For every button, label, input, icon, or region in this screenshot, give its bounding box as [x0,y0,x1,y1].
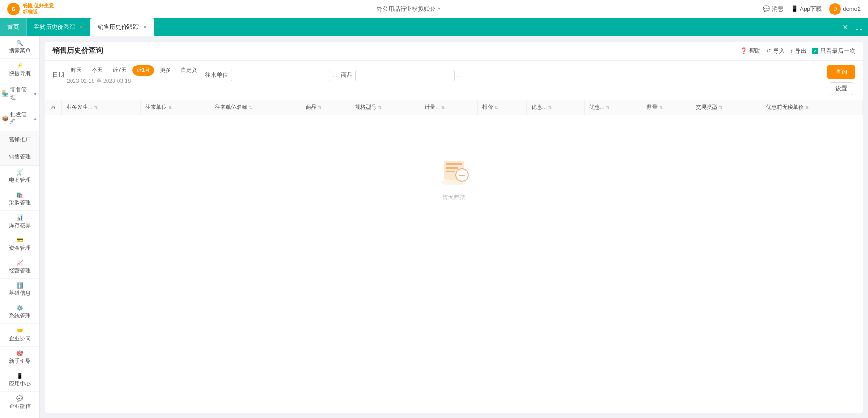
sidebar-group-retail: 🏪 零售管理 ▼ [0,81,39,106]
tab-purchase-close[interactable]: × [80,24,83,30]
counterpart-browse-btn[interactable]: ... [332,72,337,79]
sidebar-item-shortcut[interactable]: ⚡ 快捷导航 [0,59,39,81]
sidebar-item-purchase[interactable]: 🛍️ 采购管理 [0,188,39,211]
col-trade-type[interactable]: 交易类型⇅ [691,100,761,115]
goods-browse-btn[interactable]: ... [457,72,462,79]
export-btn[interactable]: ↑ 导出 [790,47,807,55]
download-icon: 📱 [791,5,798,12]
query-button[interactable]: 查询 [827,65,855,79]
sidebar-wechat-label: 企业微信 [9,403,31,410]
filter-actions: 查询 设置 [827,65,855,95]
goods-input-group: ... [355,70,462,81]
user-menu[interactable]: D demo2 [829,3,861,15]
sidebar-sales-label: 销售管理 [9,153,31,161]
import-icon: ↺ [766,48,771,54]
workspace-dropdown-icon[interactable]: ▾ [438,6,440,11]
export-icon: ↑ [790,48,793,54]
logo-icon: 6 [7,3,20,15]
tab-home[interactable]: 首页 [0,18,27,36]
sidebar-item-ecommerce[interactable]: 🛒 电商管理 [0,166,39,188]
counterpart-filter: 往来单位 ... [205,70,337,81]
page-content: 销售历史价查询 ❓ 帮助 ↺ 导入 ↑ 导出 [40,36,868,418]
col-biz-date[interactable]: 业务发生...⇅ [61,100,140,115]
user-avatar: D [829,3,841,15]
basic-info-icon: ℹ️ [16,282,23,289]
col-discount1[interactable]: 优惠...⇅ [527,100,585,115]
sort-icon-biz-date: ⇅ [94,105,98,110]
workspace-selector[interactable]: 办公用品行业模拟账套 ▾ [377,5,440,13]
col-price[interactable]: 报价⇅ [478,100,527,115]
app-download-btn[interactable]: 📱 App下载 [791,5,822,13]
date-pill-today[interactable]: 今天 [88,65,107,76]
sidebar-item-finance[interactable]: 💳 资金管理 [0,233,39,256]
sidebar-finance-label: 资金管理 [9,244,31,252]
sidebar-item-system[interactable]: ⚙️ 系统管理 [0,301,39,324]
sidebar-inventory-label: 库存核算 [9,222,31,229]
col-counterpart-name[interactable]: 往来单位名称⇅ [210,100,301,115]
tab-bar: 首页 采购历史价跟踪 × 销售历史价跟踪 × ✕ ⛶ [0,18,868,36]
col-unit[interactable]: 计量...⇅ [420,100,478,115]
empty-icon [436,152,472,188]
sidebar-item-appstore[interactable]: 📱 应用中心 [0,369,39,392]
tab-purchase-label: 采购历史价跟踪 [34,23,75,31]
date-pill-custom[interactable]: 自定义 [177,65,201,76]
table-header-row: ⚙ 业务发生...⇅ 往来单位⇅ 往来单位名称⇅ [45,100,863,115]
sidebar-item-sales-mgmt[interactable]: 销售管理 [0,148,39,166]
logo-area: 6 畅捷·值好生意 标准版 [7,3,54,15]
sidebar-item-basic-info[interactable]: ℹ️ 基础信息 [0,279,39,301]
last-only-checkbox[interactable]: ✓ [812,48,818,54]
counterpart-label: 往来单位 [205,71,228,79]
col-spec[interactable]: 规格型号⇅ [350,100,420,115]
sidebar-item-inventory[interactable]: 📊 库存核算 [0,211,39,233]
sidebar-item-enterprise[interactable]: 🤝 企业协同 [0,324,39,347]
data-table: ⚙ 业务发生...⇅ 往来单位⇅ 往来单位名称⇅ [45,100,863,115]
enterprise-icon: 🤝 [16,328,23,334]
sidebar-item-member[interactable]: 👑 畅会员 [0,414,39,418]
help-btn[interactable]: ❓ 帮助 [740,47,761,55]
sidebar-item-operations[interactable]: 📈 经营管理 [0,256,39,279]
sort-icon-trade: ⇅ [719,105,722,110]
export-label: 导出 [795,47,807,55]
page-header: 销售历史价查询 ❓ 帮助 ↺ 导入 ↑ 导出 [45,42,863,61]
date-pill-last7[interactable]: 近7天 [108,65,131,76]
svg-rect-4 [446,171,455,172]
col-settings[interactable]: ⚙ [45,100,61,115]
empty-text: 暂无数据 [442,193,466,201]
sidebar-item-retail[interactable]: 🏪 零售管理 ▼ [0,81,39,106]
help-icon: ❓ [740,48,747,54]
date-pill-more[interactable]: 更多 [156,65,175,76]
sidebar-item-guide[interactable]: 🎯 新手引导 [0,347,39,369]
sidebar-wholesale-label: 批发管理 [10,111,31,126]
col-counterpart-code[interactable]: 往来单位⇅ [140,100,210,115]
svg-rect-2 [446,163,462,165]
last-only-option[interactable]: ✓ 只看最后一次 [812,47,855,55]
date-pill-yesterday[interactable]: 昨天 [67,65,86,76]
goods-input[interactable] [355,70,455,81]
counterpart-input[interactable] [231,70,330,81]
sidebar-item-wechat[interactable]: 💬 企业微信 [0,392,39,414]
sidebar-item-wholesale[interactable]: 📦 批发管理 ▲ [0,106,39,131]
date-pill-last1m[interactable]: 近1月 [132,65,155,76]
tab-sales[interactable]: 销售历史价跟踪 × [90,18,154,36]
settings-button[interactable]: 设置 [830,82,853,95]
tab-purchase[interactable]: 采购历史价跟踪 × [27,18,90,36]
message-btn[interactable]: 💬 消息 [763,5,783,13]
col-discount2[interactable]: 优惠...⇅ [584,100,642,115]
sidebar-group-wholesale: 📦 批发管理 ▲ 营销推广 销售管理 [0,106,39,166]
sort-icon-quantity: ⇅ [659,105,663,110]
tab-close-all-btn[interactable]: ✕ [840,21,850,33]
import-btn[interactable]: ↺ 导入 [766,47,785,55]
retail-icon: 🏪 [2,90,9,97]
sidebar-purchase-label: 采购管理 [9,199,31,207]
sidebar-item-search[interactable]: 🔍 搜索菜单 [0,36,39,59]
sidebar-item-marketing[interactable]: 营销推广 [0,131,39,148]
col-goods[interactable]: 商品⇅ [301,100,350,115]
top-bar-right: 💬 消息 📱 App下载 D demo2 [763,3,861,15]
date-filter-block: 昨天 今天 近7天 近1月 更多 自定义 2023-02-18 至 2023-0… [67,65,201,85]
col-pre-tax-price[interactable]: 优惠前无税单价⇅ [761,100,862,115]
tab-sales-close[interactable]: × [143,24,146,30]
tab-fullscreen-btn[interactable]: ⛶ [854,21,864,33]
sort-icon-goods: ⇅ [318,105,321,110]
shortcut-icon: ⚡ [16,62,23,69]
col-quantity[interactable]: 数量⇅ [642,100,691,115]
